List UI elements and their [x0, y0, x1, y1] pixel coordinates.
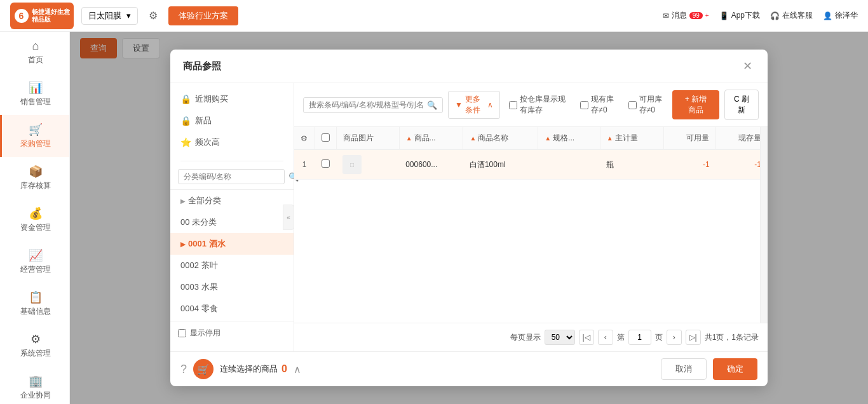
filter-label: 更多条件 [465, 94, 485, 116]
sidebar-item-sales[interactable]: 📊 销售管理 [0, 73, 69, 115]
frequent-item[interactable]: ⭐ 频次高 [170, 131, 294, 153]
warehouse-checkbox-label[interactable]: 按仓库显示现有库存 [509, 94, 571, 116]
product-dialog: 商品参照 ✕ 🔒 近期购买 🔒 [170, 50, 768, 386]
usable-ne0-checkbox[interactable] [628, 101, 637, 109]
messages-btn[interactable]: ✉ 消息 99 + [663, 10, 709, 21]
th-img-label: 商品图片 [343, 133, 374, 142]
sidebar-item-label: 经营管理 [20, 264, 51, 275]
sort-icon: ▲ [470, 135, 476, 142]
last-page-btn[interactable]: ▷| [686, 330, 701, 345]
settings-icon[interactable]: ⚙ [143, 6, 163, 26]
help-icon[interactable]: ? [180, 363, 187, 376]
category-all[interactable]: ▶ 全部分类 [170, 190, 294, 212]
recent-icon: 🔒 [180, 94, 191, 104]
prev-page-btn[interactable]: ‹ [598, 330, 613, 345]
next-page-btn[interactable]: › [667, 330, 682, 345]
product-search-input[interactable] [309, 100, 423, 109]
first-page-btn[interactable]: |◁ [579, 330, 594, 345]
show-disabled-label: 显示停用 [190, 328, 220, 339]
tenant-name: 日太阳膜 [88, 10, 121, 22]
sidebar-item-operations[interactable]: 📈 经营管理 [0, 241, 69, 283]
exp-btn[interactable]: 体验行业方案 [168, 6, 238, 25]
warehouse-checkbox[interactable] [509, 101, 517, 109]
th-settings[interactable]: ⚙ [294, 127, 315, 150]
category-liquor[interactable]: ▶ 0001 酒水 [170, 233, 294, 255]
dialog-close-button[interactable]: ✕ [740, 58, 755, 74]
dialog-footer: ? 🛒 连续选择的商品 0 ∧ 取消 确定 [170, 351, 768, 386]
selected-info: 连续选择的商品 0 [220, 363, 287, 375]
category-uncategorized[interactable]: 00 未分类 [170, 212, 294, 233]
refresh-btn[interactable]: C 刷新 [724, 90, 759, 120]
page-number-input[interactable] [628, 330, 651, 345]
cell-num: 1 [294, 150, 315, 180]
logo-text: 畅捷通好生意 精品版 [32, 8, 70, 24]
tenant-dropdown[interactable]: 日太阳膜 ▾ [81, 7, 138, 25]
cell-name: 白酒100ml [463, 150, 538, 180]
sidebar-item-inventory[interactable]: 📦 库存核算 [0, 157, 69, 199]
th-code[interactable]: ▲ 商品... [399, 127, 463, 150]
sidebar-item-finance[interactable]: 💰 资金管理 [0, 199, 69, 241]
stock-ne0-checkbox[interactable] [580, 101, 588, 109]
operations-icon: 📈 [29, 248, 43, 262]
online-service-btn[interactable]: 🎧 在线客服 [770, 10, 813, 21]
sidebar-item-enterprise[interactable]: 🏢 企业协同 [0, 367, 69, 404]
sidebar-item-home[interactable]: ⌂ 首页 [0, 32, 69, 73]
th-name[interactable]: ▲ 商品名称 [463, 127, 538, 150]
product-toolbar: 🔍 ▼ 更多条件 ∧ 按仓库显示现有库存 [294, 83, 768, 127]
sidebar-item-label: 企业协同 [20, 390, 51, 401]
page-size-select[interactable]: 50 [545, 330, 575, 345]
category-tea[interactable]: 0002 茶叶 [170, 255, 294, 276]
add-product-btn[interactable]: + 新增商品 [672, 90, 719, 119]
category-snacks[interactable]: 0004 零食 [170, 298, 294, 320]
th-name-label: 商品名称 [478, 133, 508, 144]
cell-available: -1 [664, 150, 716, 180]
modal-overlay: 商品参照 ✕ 🔒 近期购买 🔒 [70, 32, 868, 404]
sort-icon: ▲ [406, 135, 412, 142]
home-icon: ⌂ [32, 39, 39, 53]
user-avatar[interactable]: 👤 徐泽华 [823, 10, 858, 21]
page-unit: 页 [655, 332, 663, 343]
cancel-button[interactable]: 取消 [661, 358, 707, 380]
stock-ne0-label: 现有库存≠0 [591, 94, 619, 116]
available-value: -1 [703, 160, 710, 169]
page-label: 第 [617, 332, 625, 343]
table-row[interactable]: 1 □ [294, 150, 768, 180]
product-table: ⚙ 商品图片 [294, 127, 768, 180]
collapse-left-panel-btn[interactable]: « [283, 205, 294, 230]
last-page-icon: ▷| [689, 333, 697, 342]
category-arrow-active: ▶ [180, 241, 186, 248]
left-divider [180, 161, 283, 161]
cart-icon[interactable]: 🛒 [193, 359, 214, 379]
app-download-icon: 📱 [719, 11, 729, 20]
confirm-button[interactable]: 确定 [713, 358, 757, 380]
product-search-icon[interactable]: 🔍 [427, 100, 437, 110]
footer-buttons: 取消 确定 [661, 358, 757, 380]
app-download-btn[interactable]: 📱 App下载 [719, 10, 760, 21]
row-checkbox[interactable] [322, 159, 330, 168]
th-unit[interactable]: ▲ 主计量 [600, 127, 664, 150]
usable-ne0-checkbox-label[interactable]: 可用库存≠0 [628, 94, 667, 116]
sidebar-item-system[interactable]: ⚙ 系统管理 [0, 325, 69, 367]
sidebar-item-label: 资金管理 [20, 222, 51, 233]
th-available: 可用量 [664, 127, 716, 150]
scrollbar[interactable] [760, 127, 768, 323]
collapse-footer-icon[interactable]: ∧ [294, 363, 301, 375]
category-fruit[interactable]: 0003 水果 [170, 276, 294, 298]
dialog-title: 商品参照 [183, 60, 221, 72]
navbar: 6 畅捷通好生意 精品版 日太阳膜 ▾ ⚙ 体验行业方案 ✉ 消息 99 + 📱… [0, 0, 868, 32]
usable-ne0-label: 可用库存≠0 [639, 94, 667, 116]
stock-ne0-checkbox-label[interactable]: 现有库存≠0 [580, 94, 619, 116]
recent-purchase-item[interactable]: 🔒 近期购买 [170, 88, 294, 110]
pagination: 每页显示 50 |◁ ‹ 第 页 [294, 323, 768, 351]
show-disabled-area: 显示停用 [170, 321, 294, 345]
more-filter-btn[interactable]: ▼ 更多条件 ∧ [448, 91, 500, 119]
sidebar-item-basic-info[interactable]: 📋 基础信息 [0, 283, 69, 325]
th-spec[interactable]: ▲ 规格... [538, 127, 600, 150]
cell-code: 000600... [399, 150, 463, 180]
category-search-input[interactable] [178, 169, 285, 184]
select-all-checkbox[interactable] [322, 133, 330, 142]
sidebar-item-purchase[interactable]: 🛒 采购管理 [0, 115, 69, 157]
show-disabled-checkbox[interactable] [178, 329, 186, 337]
new-product-item[interactable]: 🔒 新品 [170, 110, 294, 131]
product-search-box: 🔍 [303, 97, 443, 113]
